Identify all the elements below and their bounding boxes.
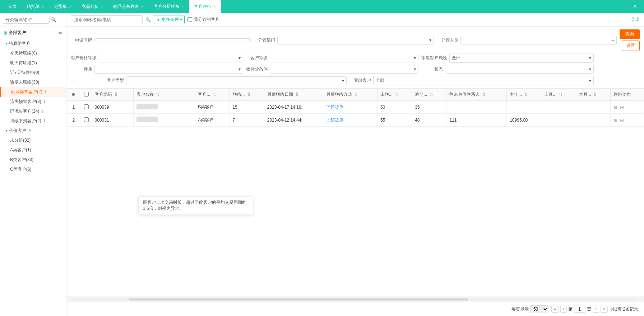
last-method-link-1[interactable]: 下销货单	[326, 104, 343, 109]
sidebar-item-today[interactable]: 今天待联络(0)	[0, 48, 66, 58]
query-button[interactable]: 查询	[620, 29, 640, 39]
th-grade[interactable]: 客户... ⇅	[195, 89, 230, 101]
sidebar-value-customers-group[interactable]: ▾ 价值客户 ✎	[0, 126, 66, 136]
th-no-contact[interactable]: 未联... ⇅	[377, 89, 412, 101]
dept-chevron-icon: ▾	[429, 38, 431, 43]
nav-sales-close[interactable]: ×	[42, 4, 44, 9]
row1-checkbox[interactable]	[84, 104, 89, 109]
prev-page-button[interactable]: ‹	[560, 306, 567, 313]
nav-purchase-close[interactable]: ×	[69, 4, 71, 9]
close-all-button[interactable]: ×	[629, 3, 641, 10]
filter-icon: ▼	[156, 17, 161, 22]
action-link-icon-1[interactable]: ⊕	[613, 104, 618, 110]
action-grid-icon-1[interactable]: ⊞	[620, 104, 624, 110]
th-contact-count[interactable]: 联络... ⇅	[230, 89, 264, 101]
manager-select[interactable]: ···	[460, 36, 617, 44]
nav-home[interactable]: 首页	[3, 0, 22, 13]
next-page-button[interactable]: ›	[593, 306, 599, 313]
action-link-icon-2[interactable]: ⊕	[613, 117, 618, 123]
pagination-nav: « ‹ 第 页 › »	[551, 306, 608, 313]
filter-customer-type: 客户类型 ▾	[102, 76, 347, 85]
row2-checkbox[interactable]	[84, 117, 89, 122]
nav-product-list-close[interactable]: ×	[141, 4, 143, 9]
value-edit-icon[interactable]: ✎	[28, 128, 32, 133]
nav-purchase-order[interactable]: 进货单 ×	[49, 0, 76, 13]
nav-product-analysis[interactable]: 商品分析 ×	[77, 0, 108, 13]
nav-purchase-label: 进货单	[54, 4, 67, 10]
filter-search-icon[interactable]: 🔍	[145, 17, 151, 22]
td-checkbox-2[interactable]	[81, 114, 92, 127]
last-method-link-2[interactable]: 下销货单	[326, 117, 343, 122]
td-checkbox-1[interactable]	[81, 101, 92, 114]
nav-segment-close[interactable]: ×	[182, 4, 184, 9]
sidebar-item-repurchase-abnormal[interactable]: 回购异常客户(2) ℹ	[0, 87, 66, 97]
customer-name-blurred-1	[136, 104, 158, 109]
sidebar-item-ungrouped[interactable]: 未分组(32)	[0, 136, 66, 145]
nav-customer-contact[interactable]: 客户联络 ×	[189, 0, 221, 13]
sidebar-item-lapsed[interactable]: 已流失客户(24) ℹ	[0, 107, 66, 116]
first-page-button[interactable]: «	[551, 306, 559, 313]
horizontal-scrollbar-track[interactable]	[66, 296, 644, 302]
export-button[interactable]: ↑ 导出	[628, 16, 640, 23]
th-settings[interactable]: ⚙	[66, 89, 81, 101]
scatter-attr-select[interactable]: 全部 ▾	[449, 53, 594, 63]
td-last-date-1: 2023-04-17 14:19:	[264, 101, 323, 114]
price-grade-select[interactable]: ▾	[99, 54, 243, 62]
horizontal-scroll-thumb[interactable]	[129, 298, 469, 301]
th-contact-person[interactable]: 往来单位联系人 ⇅	[446, 89, 507, 101]
action-icons-2: ⊕ ⊞	[613, 117, 641, 123]
nav-customer-segment[interactable]: 客户分层经营 ×	[149, 0, 189, 13]
per-page-select[interactable]: 50 100 200	[530, 305, 548, 313]
nature-select[interactable]: ▾	[94, 65, 243, 74]
sidebar-group-pending[interactable]: ▾ 待联络客户	[0, 39, 66, 48]
td-last-method-1[interactable]: 下销货单	[323, 101, 377, 114]
my-customers-checkbox-label[interactable]: 我分管的客户	[187, 16, 219, 23]
page-number-input[interactable]	[574, 306, 585, 313]
th-year-amount[interactable]: 本年... ⇅	[507, 89, 541, 101]
sidebar-all-customers[interactable]: ⊞ 全部客户 ≫	[0, 27, 66, 39]
nav-contact-close[interactable]: ×	[213, 4, 216, 9]
scatter-cust-select[interactable]: 全部 ▾	[373, 76, 594, 85]
page-unit: 页	[587, 306, 591, 312]
phone-input[interactable]	[94, 38, 251, 42]
sidebar-item-overdue[interactable]: 逾期未联络(30)	[0, 77, 66, 87]
th-last-month[interactable]: 上月... ⇅	[541, 89, 576, 101]
dept-select[interactable]: ▾	[277, 36, 434, 44]
settings-icon[interactable]: ⚙	[71, 92, 75, 97]
sidebar-item-class-c[interactable]: C类客户(6)	[0, 165, 66, 174]
th-last-contact-method[interactable]: 最后联络方式 ⇅	[323, 89, 377, 101]
th-overdue[interactable]: 逾期... ⇅	[412, 89, 446, 101]
sidebar-item-7days[interactable]: 近7天待联络(0)	[0, 68, 66, 77]
th-name[interactable]: 客户名称 ⇅	[133, 89, 195, 101]
nav-product-analysis-list[interactable]: 商品分析列表 ×	[108, 0, 148, 13]
sidebar-item-class-b[interactable]: B类客户(33)	[0, 155, 66, 165]
more-conditions-button[interactable]: ▼ 更多条件 ▾	[154, 15, 185, 24]
th-checkbox[interactable]	[81, 89, 92, 101]
sidebar-item-declining[interactable]: 持续下滑客户(2) ℹ	[0, 116, 66, 126]
nav-sales-order[interactable]: 销货单 ×	[22, 0, 49, 13]
th-code[interactable]: 客户编码 ⇅	[92, 89, 133, 101]
my-customers-checkbox[interactable]	[187, 17, 192, 22]
payment-select[interactable]: ▾	[270, 65, 418, 74]
select-all-checkbox[interactable]	[84, 92, 89, 96]
dots-button[interactable]: ···	[71, 77, 76, 84]
th-this-month[interactable]: 本月... ⇅	[576, 89, 610, 101]
sidebar-item-tomorrow[interactable]: 明天待联络(1)	[0, 58, 66, 68]
scatter-attr-value: 全部	[452, 55, 460, 61]
status-select[interactable]: ▾	[445, 65, 594, 74]
sidebar-item-class-a[interactable]: A类客户(1)	[0, 145, 66, 155]
search-input[interactable]	[71, 15, 143, 24]
action-grid-icon-2[interactable]: ⊞	[620, 117, 624, 123]
cust-grade-select[interactable]: ▾	[270, 54, 418, 62]
last-page-button[interactable]: »	[601, 306, 608, 313]
td-last-method-2[interactable]: 下销货单	[323, 114, 377, 127]
overdue-sort-icon: ⇅	[430, 92, 433, 97]
sidebar-search-icon[interactable]: 🔍	[51, 17, 56, 22]
settings-button[interactable]: 设置	[622, 41, 640, 51]
sidebar-search-input[interactable]	[3, 16, 50, 24]
th-last-contact-date[interactable]: 最后联络日期 ⇅	[264, 89, 323, 101]
cust-type-select[interactable]: ▾	[126, 76, 347, 85]
sidebar-item-lapse-warning[interactable]: 流失预警客户(3) ℹ	[0, 97, 66, 107]
nav-product-analysis-close[interactable]: ×	[101, 4, 103, 9]
td-action-2: ⊕ ⊞	[611, 114, 644, 127]
